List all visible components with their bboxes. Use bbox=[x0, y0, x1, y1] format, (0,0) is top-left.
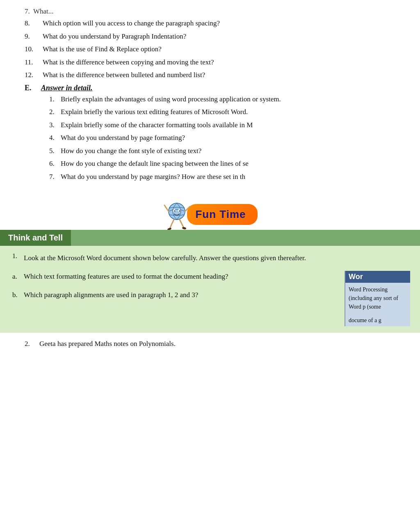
se-number: 7. bbox=[49, 172, 61, 182]
list-item: a. Which text formatting features are us… bbox=[12, 271, 340, 282]
svg-point-4 bbox=[174, 211, 176, 212]
list-item: 6. How do you change the default line sp… bbox=[49, 158, 408, 169]
se-text: How do you change the default line spaci… bbox=[61, 158, 408, 169]
bq-text: Geeta has prepared Maths notes on Polyno… bbox=[39, 339, 176, 349]
q-text: What do you understand by Paragraph Inde… bbox=[43, 31, 408, 42]
se-text: Briefly explain the advantages of using … bbox=[61, 94, 408, 105]
list-item: 10. What is the use of Find & Replace op… bbox=[25, 44, 408, 55]
se-number: 6. bbox=[49, 158, 61, 169]
svg-point-5 bbox=[179, 211, 180, 212]
top-section: 7. What... 8. Which option will you acce… bbox=[0, 0, 420, 192]
se-text: What do you understand by page margins? … bbox=[61, 172, 408, 182]
think-and-tell-q1: 1. Look at the Microsoft Word document s… bbox=[12, 252, 410, 268]
bottom-section: 2. Geeta has prepared Maths notes on Pol… bbox=[0, 333, 420, 353]
list-item: 7. What do you understand by page margin… bbox=[49, 172, 408, 182]
list-item: 5. How do you change the font style of e… bbox=[49, 146, 408, 156]
section-e-title: Answer in detail. bbox=[41, 84, 93, 92]
fun-time-label: Fun Time bbox=[195, 208, 246, 221]
q-text: Which option will you access to change t… bbox=[43, 18, 408, 29]
side-panel-text: Word Processing (including any sort of W… bbox=[349, 285, 407, 311]
list-item: 12. What is the difference between bulle… bbox=[25, 70, 408, 80]
q-number: 10. bbox=[25, 44, 43, 55]
list-item: 9. What do you understand by Paragraph I… bbox=[25, 31, 408, 42]
side-panel: Wor Word Processing (including any sort … bbox=[345, 271, 410, 326]
sq-text-b: Which paragraph alignments are used in p… bbox=[24, 289, 340, 300]
q-text: What is the use of Find & Replace option… bbox=[43, 44, 408, 55]
list-item: 4. What do you understand by page format… bbox=[49, 133, 408, 143]
q-number: 9. bbox=[25, 31, 43, 42]
subquestions-row: a. Which text formatting features are us… bbox=[12, 271, 410, 326]
list-item: 3. Explain briefly some of the character… bbox=[49, 120, 408, 131]
think-and-tell-label: Think and Tell bbox=[8, 233, 63, 242]
svg-point-6 bbox=[167, 227, 172, 230]
tt-q1-number: 1. bbox=[12, 252, 24, 260]
section-e-label: E. bbox=[25, 84, 37, 92]
se-number: 2. bbox=[49, 107, 61, 117]
sq-letter-b: b. bbox=[12, 289, 24, 300]
se-text: Explain briefly the various text editing… bbox=[61, 107, 408, 117]
se-number: 3. bbox=[49, 120, 61, 131]
fun-time-character-icon bbox=[162, 199, 191, 230]
sq-text-a: Which text formatting features are used … bbox=[24, 271, 340, 282]
bq-number: 2. bbox=[25, 339, 39, 349]
list-item: 8. Which option will you access to chang… bbox=[25, 18, 408, 29]
fun-time-text-box: Fun Time bbox=[187, 204, 257, 225]
think-and-tell-header: Think and Tell bbox=[0, 230, 71, 246]
list-item: b. Which paragraph alignments are used i… bbox=[12, 289, 340, 300]
svg-point-7 bbox=[182, 227, 187, 229]
list-item: 2. Explain briefly the various text edit… bbox=[49, 107, 408, 117]
se-number: 5. bbox=[49, 146, 61, 156]
question-list: 8. Which option will you access to chang… bbox=[25, 18, 408, 80]
list-item: 11. What is the difference between copyi… bbox=[25, 57, 408, 68]
page: 7. What... 8. Which option will you acce… bbox=[0, 0, 420, 529]
q-text: What is the difference between bulleted … bbox=[43, 70, 408, 80]
list-item: 1. Briefly explain the advantages of usi… bbox=[49, 94, 408, 105]
se-text: What do you understand by page formating… bbox=[61, 133, 408, 143]
think-and-tell-section: Think and Tell 1. Look at the Microsoft … bbox=[0, 230, 420, 333]
partial-question-7-stub: 7. What... bbox=[25, 7, 408, 16]
sq-letter-a: a. bbox=[12, 271, 24, 282]
side-panel-header: Wor bbox=[345, 271, 410, 283]
section-e-header: E. Answer in detail. bbox=[25, 84, 408, 92]
q-number: 11. bbox=[25, 57, 43, 68]
se-number: 4. bbox=[49, 133, 61, 143]
se-text: How do you change the font style of exis… bbox=[61, 146, 408, 156]
side-panel-text-bottom: docume of a g bbox=[349, 316, 407, 325]
se-number: 1. bbox=[49, 94, 61, 105]
fun-time-area: Fun Time bbox=[0, 199, 420, 230]
section-e-questions: 1. Briefly explain the advantages of usi… bbox=[25, 94, 408, 182]
fun-time-badge: Fun Time bbox=[162, 199, 257, 230]
q-number: 8. bbox=[25, 18, 43, 29]
se-text: Explain briefly some of the character fo… bbox=[61, 120, 408, 131]
bottom-question-2: 2. Geeta has prepared Maths notes on Pol… bbox=[25, 339, 408, 349]
tt-q1-text: Look at the Microsoft Word document show… bbox=[24, 252, 306, 263]
q-text: What is the difference between copying a… bbox=[43, 57, 408, 68]
think-and-tell-content: 1. Look at the Microsoft Word document s… bbox=[0, 246, 420, 333]
q-number: 12. bbox=[25, 70, 43, 80]
subquestions-left: a. Which text formatting features are us… bbox=[12, 271, 345, 326]
